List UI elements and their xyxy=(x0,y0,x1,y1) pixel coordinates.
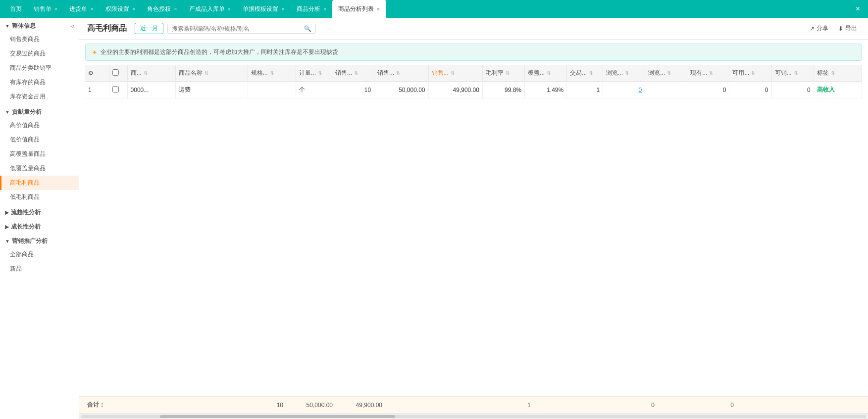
close-icon[interactable]: × xyxy=(132,6,135,12)
nav-purchase-order[interactable]: 进货单 × xyxy=(63,0,99,18)
sidebar: « 整体信息 销售类商品 交易过的商品 商品分类助销率 有库存的商品 库存资金占… xyxy=(0,18,79,419)
cell-sellable: 0 xyxy=(771,82,814,98)
cell-browse2 xyxy=(645,82,687,98)
horizontal-scrollbar[interactable] xyxy=(79,413,868,419)
sort-icon: ⇅ xyxy=(589,70,593,76)
search-input[interactable] xyxy=(172,25,304,32)
sort-icon: ⇅ xyxy=(354,70,358,76)
th-seq: ⚙ xyxy=(85,65,109,82)
sidebar-group-overview[interactable]: 整体信息 xyxy=(0,18,79,32)
nav-analysis-list[interactable]: 商品分析列表 × xyxy=(332,0,386,18)
sidebar-item-category-rate[interactable]: 商品分类助销率 xyxy=(0,61,79,75)
sidebar-item-low-coverage[interactable]: 低覆盖量商品 xyxy=(0,161,79,176)
sidebar-group-growth[interactable]: 成长性分析 xyxy=(0,219,79,233)
close-icon[interactable]: × xyxy=(228,6,231,12)
expand-arrow-icon xyxy=(5,224,9,230)
th-stock2[interactable]: 可用... ⇅ xyxy=(729,65,771,82)
sidebar-item-low-value[interactable]: 低价值商品 xyxy=(0,133,79,147)
close-icon[interactable]: × xyxy=(54,6,57,12)
content-area: 高毛利商品 近一月 🔍 ↗ 分享 ⬇ 导出 ✦ 企业的主要的利润都是这部分商品创… xyxy=(79,18,868,419)
row-checkbox[interactable] xyxy=(112,86,119,93)
th-cover[interactable]: 覆盖... ⇅ xyxy=(525,65,567,82)
export-icon: ⬇ xyxy=(838,25,843,32)
select-all-checkbox[interactable] xyxy=(112,69,119,76)
cell-code: 0000... xyxy=(127,82,175,98)
cell-sales-net: 49,900.00 xyxy=(428,82,482,98)
sidebar-group-trend[interactable]: 流趋性分析 xyxy=(0,204,79,219)
cell-spec xyxy=(248,82,296,98)
footer-sales-amt: 50,000.00 xyxy=(293,402,333,409)
time-filter-button[interactable]: 近一月 xyxy=(135,23,163,34)
cell-sales-amt: 50,000.00 xyxy=(374,82,428,98)
th-trade[interactable]: 交易... ⇅ xyxy=(567,65,603,82)
search-box: 🔍 xyxy=(167,24,316,34)
info-icon: ✦ xyxy=(92,48,98,56)
nav-sales-order[interactable]: 销售单 × xyxy=(28,0,63,18)
cell-sales-qty: 10 xyxy=(332,82,374,98)
sidebar-item-sales-goods[interactable]: 销售类商品 xyxy=(0,32,79,47)
th-sales-net[interactable]: 销售... ⇅ xyxy=(428,65,482,82)
close-icon[interactable]: × xyxy=(323,6,326,12)
sidebar-item-traded-goods[interactable]: 交易过的商品 xyxy=(0,47,79,61)
cell-name: 运费 xyxy=(175,82,248,98)
scrollbar-thumb[interactable] xyxy=(160,415,396,418)
th-unit[interactable]: 计量... ⇅ xyxy=(296,65,332,82)
close-icon[interactable]: × xyxy=(281,6,284,12)
sidebar-item-high-value[interactable]: 高价值商品 xyxy=(0,118,79,133)
nav-product-analysis[interactable]: 商品分析 × xyxy=(291,0,332,18)
cell-unit: 个 xyxy=(296,82,332,98)
th-sales-qty[interactable]: 销售... ⇅ xyxy=(332,65,374,82)
sidebar-item-high-margin[interactable]: 高毛利商品 xyxy=(0,176,79,190)
sidebar-item-new-goods[interactable]: 新品 xyxy=(0,262,79,276)
close-icon[interactable]: × xyxy=(174,6,177,12)
sidebar-item-all-goods[interactable]: 全部商品 xyxy=(0,247,79,262)
cell-check[interactable] xyxy=(109,82,127,98)
nav-role-auth[interactable]: 角色授权 × xyxy=(141,0,183,18)
close-icon[interactable]: × xyxy=(377,6,380,12)
sort-icon: ⇅ xyxy=(547,70,551,76)
th-sales-amt[interactable]: 销售... ⇅ xyxy=(374,65,428,82)
nav-home[interactable]: 首页 xyxy=(4,0,28,18)
content-header: 高毛利商品 近一月 🔍 ↗ 分享 ⬇ 导出 xyxy=(79,18,868,40)
th-code[interactable]: 商... ⇅ xyxy=(127,65,175,82)
table-container[interactable]: ⚙ 商... ⇅ 商品名称 xyxy=(79,65,868,396)
sidebar-item-stock-capital[interactable]: 库存资金占用 xyxy=(0,90,79,104)
data-table: ⚙ 商... ⇅ 商品名称 xyxy=(85,65,862,98)
sidebar-group-marketing[interactable]: 营销推广分析 xyxy=(0,233,79,247)
th-browse2[interactable]: 浏览... ⇅ xyxy=(645,65,687,82)
close-icon[interactable]: × xyxy=(90,6,93,12)
settings-icon[interactable]: ⚙ xyxy=(88,70,94,77)
cell-cover: 1.49% xyxy=(525,82,567,98)
sidebar-group-contribution[interactable]: 贡献量分析 xyxy=(0,104,79,118)
sort-icon: ⇅ xyxy=(451,70,455,76)
th-sellable[interactable]: 可销... ⇅ xyxy=(771,65,814,82)
th-profit-rate[interactable]: 毛利率 ⇅ xyxy=(482,65,524,82)
export-button[interactable]: ⬇ 导出 xyxy=(835,23,860,34)
window-close-button[interactable]: × xyxy=(852,4,864,13)
expand-arrow-icon xyxy=(5,210,9,215)
nav-finished-goods[interactable]: 产成品入库单 × xyxy=(183,0,237,18)
sidebar-item-high-coverage[interactable]: 高覆盖量商品 xyxy=(0,147,79,161)
expand-arrow-icon xyxy=(5,238,10,244)
share-icon: ↗ xyxy=(810,25,815,32)
sort-icon: ⇅ xyxy=(318,70,322,76)
expand-arrow-icon xyxy=(5,23,10,29)
th-browse1[interactable]: 浏览... ⇅ xyxy=(603,65,645,82)
cell-browse1[interactable]: 0 xyxy=(603,82,645,98)
nav-template-settings[interactable]: 单据模板设置 × xyxy=(237,0,290,18)
sort-icon: ⇅ xyxy=(751,70,755,76)
footer-trade: 1 xyxy=(491,402,531,409)
th-stock1[interactable]: 现有... ⇅ xyxy=(687,65,729,82)
sidebar-item-low-margin[interactable]: 低毛利商品 xyxy=(0,190,79,204)
th-tag[interactable]: 标签 ⇅ xyxy=(814,65,862,82)
scrollbar-track[interactable] xyxy=(81,415,866,418)
th-name[interactable]: 商品名称 ⇅ xyxy=(175,65,248,82)
th-spec[interactable]: 规格... ⇅ xyxy=(248,65,296,82)
search-icon[interactable]: 🔍 xyxy=(304,25,311,32)
nav-permission-settings[interactable]: 权限设置 × xyxy=(100,0,141,18)
share-button[interactable]: ↗ 分享 xyxy=(807,23,831,34)
sidebar-collapse-button[interactable]: « xyxy=(71,22,75,30)
sort-icon: ⇅ xyxy=(831,70,835,76)
sidebar-item-in-stock-goods[interactable]: 有库存的商品 xyxy=(0,75,79,90)
sort-icon: ⇅ xyxy=(709,70,713,76)
